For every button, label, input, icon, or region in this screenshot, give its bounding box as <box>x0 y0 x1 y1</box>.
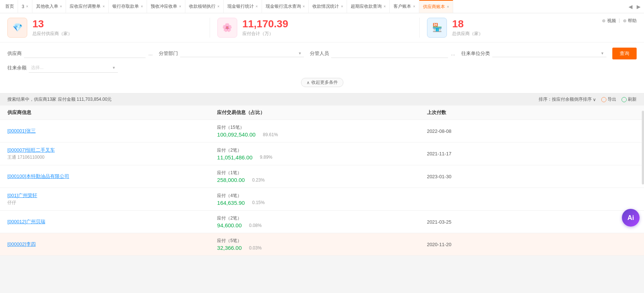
tx-amount-2[interactable]: 258,000.00 <box>217 177 245 183</box>
close-tab-icon[interactable]: × <box>179 4 181 8</box>
nav-tab-预收冲应收单[interactable]: 预收冲应收单× <box>147 0 185 13</box>
collapse-button[interactable]: ∧ 收起更多条件 <box>301 78 343 87</box>
nav-tab-应收应付调整单[interactable]: 应收应付调整单× <box>66 0 109 13</box>
tx-amount-0[interactable]: 100,092,540.00 <box>217 131 255 138</box>
scrollbar[interactable] <box>642 111 644 185</box>
balance-select[interactable]: 选择... ▼ <box>29 63 118 73</box>
nav-tab-收款情况统计[interactable]: 收款情况统计× <box>309 0 347 13</box>
tx-cell-0: 应付（15笔）100,092,540.0089.61% <box>217 124 427 138</box>
export-icon <box>601 97 606 102</box>
table-row: [000012]广州贝瑞应付（2笔）94,600.000.08%2021-03-… <box>0 211 644 233</box>
supplier-link-0[interactable]: [000001]张三 <box>7 128 217 134</box>
tx-label-5: 应付（5笔） <box>217 238 427 244</box>
search-button[interactable]: 查询 <box>612 48 637 59</box>
stat-label-2: 总供应商（家） <box>452 31 483 37</box>
close-tab-icon[interactable]: × <box>60 4 62 8</box>
category-filter: 往来单位分类 ▼ <box>461 50 607 57</box>
supplier-cell-3: [001]广州荣轩仔仔 <box>7 192 217 206</box>
nav-tab-现金银行流水查询[interactable]: 现金银行流水查询× <box>262 0 309 13</box>
tx-amount-3[interactable]: 164,635.90 <box>217 200 245 206</box>
supplier-input[interactable] <box>24 49 146 58</box>
tx-percent-4: 0.08% <box>249 223 262 228</box>
refresh-icon <box>622 97 627 102</box>
collapse-icon: ∧ <box>307 80 310 85</box>
tx-row-3: 164,635.900.15% <box>217 200 427 206</box>
close-tab-icon[interactable]: × <box>256 4 258 8</box>
table-row: [000002]李四应付（5笔）32,366.000.03%2020-11-20 <box>0 233 644 256</box>
close-tab-icon[interactable]: × <box>303 4 305 8</box>
nav-tab-银行存取款单[interactable]: 银行存取款单× <box>109 0 147 13</box>
export-button[interactable]: 导出 <box>601 96 616 103</box>
tx-row-5: 32,366.000.03% <box>217 245 427 251</box>
refresh-button[interactable]: 刷新 <box>622 96 637 103</box>
results-actions: 排序：按应付余额倒序排序 ∨ 导出 刷新 <box>539 96 637 103</box>
close-tab-icon[interactable]: × <box>384 4 386 8</box>
last-pay-4: 2021-03-25 <box>427 219 637 225</box>
last-pay-2: 2023-01-30 <box>427 174 637 179</box>
tx-row-0: 100,092,540.0089.61% <box>217 131 427 138</box>
tx-percent-5: 0.03% <box>249 245 262 251</box>
balance-label: 往来余额 <box>7 65 27 71</box>
tx-cell-1: 应付（2笔）11,051,486.009.89% <box>217 147 427 161</box>
nav-tab-现金银行统计[interactable]: 现金银行统计× <box>224 0 262 13</box>
stat-block-1: 🌸11,170.39应付合计（万） <box>217 18 420 38</box>
supplier-sub-3: 仔仔 <box>7 200 217 206</box>
tx-amount-4[interactable]: 94,600.00 <box>217 222 242 228</box>
close-tab-icon[interactable]: × <box>341 4 343 8</box>
help-link[interactable]: ⊙ 帮助 <box>623 18 637 24</box>
supplier-dots[interactable]: ... <box>148 51 153 56</box>
tx-amount-1[interactable]: 11,051,486.00 <box>217 154 252 161</box>
nav-tab-首页[interactable]: 首页 <box>1 0 18 13</box>
supplier-link-5[interactable]: [000002]李四 <box>7 241 217 248</box>
nav-tab-3[interactable]: 3× <box>18 0 32 13</box>
top-nav: 首页3×其他收入单×应收应付调整单×银行存取款单×预收冲应收单×收款核销执行×现… <box>0 0 644 13</box>
person-input[interactable] <box>331 49 448 58</box>
close-tab-icon[interactable]: × <box>26 4 28 8</box>
stat-num-2: 18 <box>452 18 483 30</box>
stats-bar: 💎13总应付供应商（家）🌸11,170.39应付合计（万）🏪18总供应商（家） … <box>0 13 644 42</box>
balance-value: 选择... <box>31 65 112 71</box>
stat-block-2: 🏪18总供应商（家） <box>427 18 629 38</box>
nav-prev-arrow[interactable]: ◀ <box>626 0 634 13</box>
dept-select[interactable]: ▼ <box>180 50 304 57</box>
nav-tab-其他收入单[interactable]: 其他收入单× <box>32 0 66 13</box>
supplier-label: 供应商 <box>7 50 22 57</box>
category-label: 往来单位分类 <box>461 50 490 57</box>
filter-area: 供应商 ... 分管部门 ▼ 分管人员 ... 往来单位分类 ▼ 查询 往来 <box>0 42 644 93</box>
stat-icon-1: 🌸 <box>217 18 237 38</box>
close-tab-icon[interactable]: × <box>447 5 449 9</box>
category-select[interactable]: ▼ <box>492 50 607 57</box>
supplier-link-3[interactable]: [001]广州荣轩 <box>7 192 217 199</box>
close-tab-icon[interactable]: × <box>102 4 105 8</box>
nav-tab-客户账本[interactable]: 客户账本× <box>390 0 419 13</box>
stat-icon-0: 💎 <box>7 18 27 38</box>
supplier-link-4[interactable]: [000012]广州贝瑞 <box>7 218 217 225</box>
close-tab-icon[interactable]: × <box>217 4 220 8</box>
tx-cell-4: 应付（2笔）94,600.000.08% <box>217 215 427 228</box>
ai-badge[interactable]: Ai <box>622 209 640 227</box>
table-body: [000001]张三应付（15笔）100,092,540.0089.61%202… <box>0 120 644 256</box>
close-tab-icon[interactable]: × <box>413 4 415 8</box>
balance-arrow: ▼ <box>112 66 116 70</box>
person-filter: 分管人员 ... <box>310 49 455 58</box>
supplier-link-2[interactable]: [000100]本特勤油品有限公司 <box>7 173 217 180</box>
tx-amount-5[interactable]: 32,366.00 <box>217 245 242 251</box>
tx-cell-3: 应付（4笔）164,635.900.15% <box>217 193 427 206</box>
tx-label-2: 应付（1笔） <box>217 170 427 176</box>
table-row: [001]广州荣轩仔仔应付（4笔）164,635.900.15% <box>0 188 644 211</box>
supplier-cell-1: [000007]恒旺二手叉车王通 17106110000 <box>7 147 217 161</box>
supplier-link-1[interactable]: [000007]恒旺二手叉车 <box>7 147 217 154</box>
person-dots[interactable]: ... <box>451 51 455 56</box>
col-lastpay: 上次付数 <box>427 109 637 116</box>
last-pay-0: 2022-08-08 <box>427 128 637 134</box>
video-link[interactable]: ⊙ 视频 <box>602 18 616 24</box>
sort-button[interactable]: 排序：按应付余额倒序排序 ∨ <box>539 96 596 103</box>
nav-next-arrow[interactable]: ▶ <box>634 0 643 13</box>
sort-arrow: ∨ <box>593 97 596 102</box>
nav-tab-收款核销执行[interactable]: 收款核销执行× <box>185 0 224 13</box>
nav-tab-超期应收款查询[interactable]: 超期应收款查询× <box>347 0 390 13</box>
nav-tab-供应商账本[interactable]: 供应商账本× <box>419 0 453 13</box>
tx-label-3: 应付（4笔） <box>217 193 427 199</box>
close-tab-icon[interactable]: × <box>141 4 143 8</box>
stat-num-0: 13 <box>32 18 72 30</box>
